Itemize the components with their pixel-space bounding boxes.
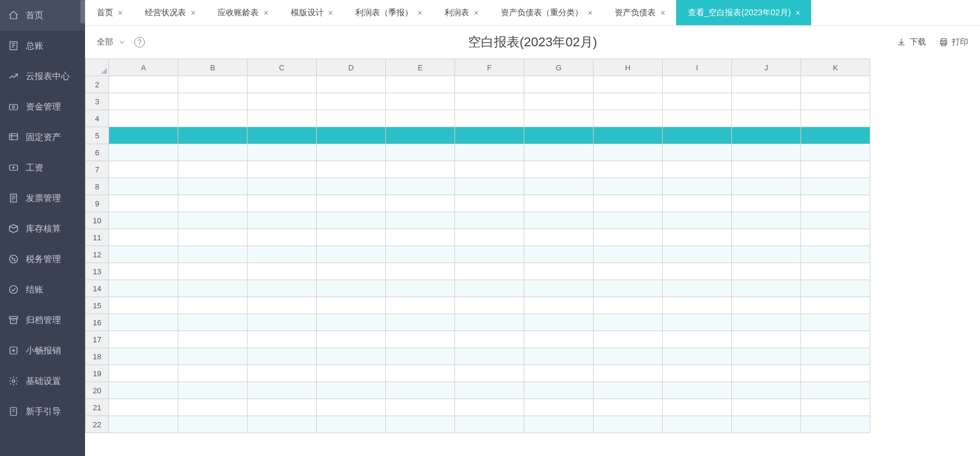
cell-H10[interactable] (594, 212, 663, 229)
cell-I10[interactable] (663, 212, 732, 229)
cell-K7[interactable] (801, 161, 870, 178)
cell-F2[interactable] (455, 76, 524, 93)
sidebar-item-report[interactable]: 云报表中心 (0, 61, 85, 91)
cell-A2[interactable] (109, 76, 178, 93)
cell-B7[interactable] (178, 161, 247, 178)
cell-B19[interactable] (178, 365, 247, 382)
cell-K21[interactable] (801, 399, 870, 416)
cell-I19[interactable] (663, 365, 732, 382)
cell-H5[interactable] (594, 127, 663, 144)
cell-F19[interactable] (455, 365, 524, 382)
cell-D21[interactable] (317, 399, 386, 416)
sidebar-item-settings[interactable]: 基础设置 (0, 366, 85, 396)
cell-J21[interactable] (732, 399, 801, 416)
cell-D8[interactable] (317, 178, 386, 195)
cell-I16[interactable] (663, 314, 732, 331)
cell-G20[interactable] (524, 382, 594, 399)
help-icon[interactable]: ? (134, 37, 145, 47)
cell-H3[interactable] (594, 93, 663, 110)
cell-H15[interactable] (594, 297, 663, 314)
row-header-9[interactable]: 9 (86, 195, 109, 212)
cell-A18[interactable] (109, 348, 178, 365)
cell-E20[interactable] (386, 382, 455, 399)
cell-A8[interactable] (109, 178, 178, 195)
cell-F12[interactable] (455, 246, 524, 263)
cell-H14[interactable] (594, 280, 663, 297)
cell-D11[interactable] (317, 229, 386, 246)
row-header-13[interactable]: 13 (86, 263, 109, 280)
row-header-14[interactable]: 14 (86, 280, 109, 297)
sidebar-item-salary[interactable]: 工资 (0, 152, 85, 183)
spreadsheet[interactable]: ABCDEFGHIJK23456789101112131415161718192… (85, 59, 980, 456)
cell-I8[interactable] (663, 178, 732, 195)
cell-J16[interactable] (732, 314, 801, 331)
sidebar-item-asset[interactable]: 固定资产 (0, 122, 85, 152)
col-header-B[interactable]: B (178, 59, 247, 76)
cell-D7[interactable] (317, 161, 386, 178)
cell-G11[interactable] (524, 229, 594, 246)
cell-J7[interactable] (732, 161, 801, 178)
cell-F22[interactable] (455, 416, 524, 433)
cell-K13[interactable] (801, 263, 870, 280)
cell-F17[interactable] (455, 331, 524, 348)
cell-H2[interactable] (594, 76, 663, 93)
col-header-K[interactable]: K (801, 59, 870, 76)
cell-H18[interactable] (594, 348, 663, 365)
cell-F8[interactable] (455, 178, 524, 195)
col-header-F[interactable]: F (455, 59, 524, 76)
cell-C20[interactable] (247, 382, 317, 399)
cell-I9[interactable] (663, 195, 732, 212)
cell-H8[interactable] (594, 178, 663, 195)
cell-I4[interactable] (663, 110, 732, 127)
cell-D3[interactable] (317, 93, 386, 110)
cell-E17[interactable] (386, 331, 455, 348)
cell-B8[interactable] (178, 178, 247, 195)
sidebar-item-fund[interactable]: 资金管理 (0, 91, 85, 122)
cell-K10[interactable] (801, 212, 870, 229)
cell-D22[interactable] (317, 416, 386, 433)
cell-E14[interactable] (386, 280, 455, 297)
cell-F5[interactable] (455, 127, 524, 144)
cell-D5[interactable] (317, 127, 386, 144)
cell-J6[interactable] (732, 144, 801, 161)
cell-J10[interactable] (732, 212, 801, 229)
close-icon[interactable]: × (588, 8, 592, 18)
cell-F13[interactable] (455, 263, 524, 280)
row-header-17[interactable]: 17 (86, 331, 109, 348)
cell-B6[interactable] (178, 144, 247, 161)
filter-dropdown[interactable]: 全部 ? (97, 37, 145, 47)
cell-A10[interactable] (109, 212, 178, 229)
cell-I20[interactable] (663, 382, 732, 399)
cell-E15[interactable] (386, 297, 455, 314)
cell-C21[interactable] (247, 399, 317, 416)
cell-E10[interactable] (386, 212, 455, 229)
cell-J20[interactable] (732, 382, 801, 399)
cell-G6[interactable] (524, 144, 594, 161)
cell-C5[interactable] (247, 127, 317, 144)
cell-A4[interactable] (109, 110, 178, 127)
cell-K18[interactable] (801, 348, 870, 365)
cell-F21[interactable] (455, 399, 524, 416)
cell-A17[interactable] (109, 331, 178, 348)
cell-J11[interactable] (732, 229, 801, 246)
cell-K2[interactable] (801, 76, 870, 93)
cell-A3[interactable] (109, 93, 178, 110)
row-header-10[interactable]: 10 (86, 212, 109, 229)
cell-G17[interactable] (524, 331, 594, 348)
cell-C7[interactable] (247, 161, 317, 178)
cell-K14[interactable] (801, 280, 870, 297)
cell-A20[interactable] (109, 382, 178, 399)
cell-K4[interactable] (801, 110, 870, 127)
tab-1[interactable]: 经营状况表× (133, 0, 206, 25)
cell-B18[interactable] (178, 348, 247, 365)
row-header-15[interactable]: 15 (86, 297, 109, 314)
cell-C15[interactable] (247, 297, 317, 314)
cell-J19[interactable] (732, 365, 801, 382)
cell-F9[interactable] (455, 195, 524, 212)
cell-B4[interactable] (178, 110, 247, 127)
cell-J4[interactable] (732, 110, 801, 127)
cell-G12[interactable] (524, 246, 594, 263)
cell-G5[interactable] (524, 127, 594, 144)
cell-H7[interactable] (594, 161, 663, 178)
cell-C22[interactable] (247, 416, 317, 433)
